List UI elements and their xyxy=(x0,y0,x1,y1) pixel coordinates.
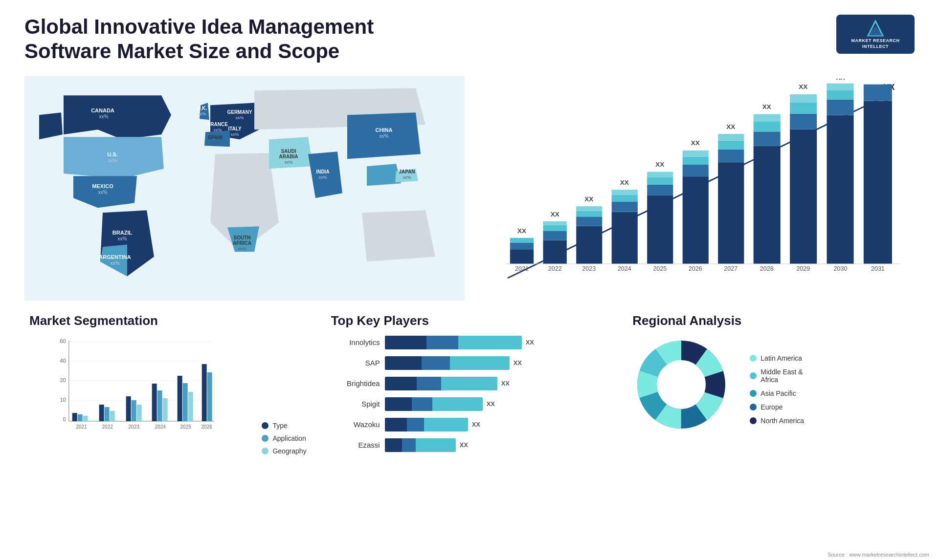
bar-2021-s2 xyxy=(510,242,534,250)
svg-rect-16 xyxy=(99,405,104,421)
player-val: XX xyxy=(460,441,468,449)
reg-legend-na: North America xyxy=(750,417,804,425)
bar-2022-s1 xyxy=(543,240,567,263)
svg-rect-25 xyxy=(157,390,162,421)
app-label: Application xyxy=(272,434,306,442)
svg-rect-24 xyxy=(152,384,157,421)
logo-text: MARKET RESEARCH INTELLECT xyxy=(840,38,911,49)
svg-text:2026: 2026 xyxy=(201,424,213,430)
svg-rect-21 xyxy=(132,400,136,421)
regional-legend: Latin America Middle East &Africa Asia P… xyxy=(750,354,804,425)
player-row: Brightidea XX xyxy=(331,377,608,390)
bar-2027-s1 xyxy=(718,162,744,264)
latin-label: Latin America xyxy=(760,354,802,362)
bar-2023-year: 2023 xyxy=(582,265,596,272)
svg-rect-20 xyxy=(126,396,131,421)
us-val: xx% xyxy=(108,158,117,163)
bar-2022-val: XX xyxy=(551,211,559,218)
svg-rect-33 xyxy=(207,372,212,421)
players-list: Innolytics XX SAP xyxy=(331,336,608,452)
bar-2026-s1 xyxy=(683,176,709,264)
uk-val: xx% xyxy=(198,111,206,116)
player-bar-innolytics xyxy=(385,336,522,349)
bar-2028-s3 xyxy=(754,122,781,131)
y-20: 20 xyxy=(60,377,66,383)
bar-seg2 xyxy=(407,418,424,431)
svg-rect-26 xyxy=(163,398,168,421)
bar-seg1 xyxy=(385,336,426,349)
bar-2024-s4 xyxy=(612,190,638,195)
bar-2031-s1 xyxy=(864,101,892,263)
svg-rect-17 xyxy=(105,407,110,421)
svg-text:2021: 2021 xyxy=(76,424,88,430)
player-row: Spigit XX xyxy=(331,397,608,411)
svg-rect-13 xyxy=(78,414,83,421)
bar-seg3 xyxy=(441,377,497,390)
bar-2027-s3 xyxy=(718,140,744,149)
bar-2030-s3 xyxy=(827,90,854,99)
players-title: Top Key Players xyxy=(331,313,608,328)
bar-2029-val: XX xyxy=(799,83,807,90)
reg-legend-europe: Europe xyxy=(750,403,804,411)
bar-2030-year: 2030 xyxy=(834,265,848,272)
na-dot xyxy=(750,417,757,424)
saudi-label: SAUDI xyxy=(281,149,296,154)
reg-legend-latin: Latin America xyxy=(750,354,804,362)
brazil-val: xx% xyxy=(118,236,127,241)
y-10: 10 xyxy=(60,397,66,403)
bar-2025-year: 2025 xyxy=(653,265,667,272)
player-row: Innolytics XX xyxy=(331,336,608,349)
spain-val: xx% xyxy=(211,141,219,146)
player-bar-container: XX xyxy=(385,418,608,431)
svg-rect-30 xyxy=(188,392,193,421)
bar-2026-val: XX xyxy=(691,139,700,147)
bar-2025-s1 xyxy=(647,195,673,264)
bar-2030-s1 xyxy=(827,115,854,263)
bar-2027-s4 xyxy=(718,134,744,141)
app-dot xyxy=(262,435,268,442)
bar-2027-year: 2027 xyxy=(724,265,738,272)
player-bar-container: XX xyxy=(385,336,608,349)
player-bar-wazoku xyxy=(385,418,468,431)
bar-2024-s2 xyxy=(612,201,638,212)
bar-2022-year: 2022 xyxy=(548,265,562,272)
india-val: xx% xyxy=(318,175,327,180)
bar-2021-val: XX xyxy=(517,227,526,235)
bar-seg2 xyxy=(422,356,450,370)
legend-application: Application xyxy=(262,434,306,442)
bar-2021-s1 xyxy=(510,250,534,264)
bar-2029-year: 2029 xyxy=(796,265,810,272)
saudi-label2: ARABIA xyxy=(279,154,298,159)
bar-2024-year: 2024 xyxy=(618,265,631,272)
bar-seg3 xyxy=(450,356,510,370)
spain-label: SPAIN xyxy=(208,135,223,140)
type-dot xyxy=(262,422,268,429)
bar-seg3 xyxy=(458,336,522,349)
reg-legend-asia: Asia Pacific xyxy=(750,389,804,397)
player-val: XX xyxy=(526,339,534,346)
italy-val: xx% xyxy=(230,132,239,137)
bar-2022-s3 xyxy=(543,225,567,231)
bar-2025-s2 xyxy=(647,184,673,195)
sa-label2: AFRICA xyxy=(233,240,251,246)
regional-title: Regional Analysis xyxy=(632,313,910,328)
bar-2027-val: XX xyxy=(726,123,735,130)
sa-label: SOUTH xyxy=(234,235,251,240)
europe-dot xyxy=(750,404,757,410)
bar-seg1 xyxy=(385,397,412,411)
bar-seg2 xyxy=(412,397,432,411)
australia-shape xyxy=(362,210,435,261)
growth-chart-section: XX XX 2021 XX 2022 xyxy=(474,74,915,303)
player-val: XX xyxy=(514,359,522,366)
svg-rect-14 xyxy=(83,416,88,421)
bar-2025-val: XX xyxy=(655,161,664,168)
bar-2029-s2 xyxy=(790,113,817,129)
player-bar-ezassi xyxy=(385,438,456,452)
player-name-spigit: Spigit xyxy=(331,400,380,408)
svg-text:2024: 2024 xyxy=(155,424,166,430)
india-label: INDIA xyxy=(316,169,329,174)
y-0: 0 xyxy=(63,416,66,422)
asia-label: Asia Pacific xyxy=(760,389,796,397)
bar-seg2 xyxy=(402,438,416,452)
svg-rect-22 xyxy=(137,405,142,421)
